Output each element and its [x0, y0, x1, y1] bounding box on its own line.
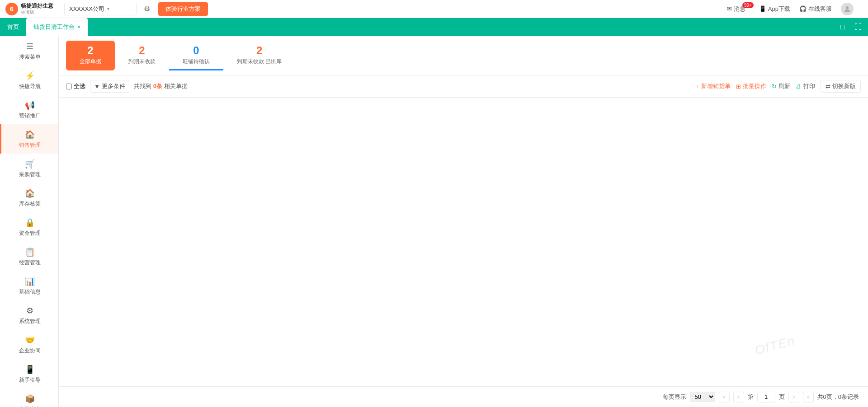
company-selector[interactable]: XXXXXX公司 ▾ [64, 3, 137, 15]
sales-icon: 🏠 [25, 130, 35, 140]
stat-card-shipped[interactable]: 2 到期未收款 已出库 [223, 41, 295, 70]
result-prefix: 共找到 [134, 83, 151, 89]
prev-page-button[interactable]: < [733, 392, 744, 402]
select-all-checkbox[interactable]: 全选 [66, 82, 85, 90]
stat-overdue-label: 到期未收款 [128, 58, 156, 65]
sidebar-item-app-center[interactable]: 📦 应用中心 [0, 388, 58, 407]
select-all-label: 全选 [74, 82, 85, 90]
company-name: XXXXXX公司 [69, 5, 104, 13]
settings-button[interactable]: ⚙ [140, 2, 154, 16]
logo-icon: 6 [5, 3, 18, 15]
table-area [59, 98, 868, 386]
stat-overdue-num: 2 [139, 44, 145, 57]
stat-card-overdue[interactable]: 2 到期未收款 [115, 41, 169, 70]
pagination: 每页显示 50 20 100 « < 第 页 > » 共0页，0条记录 [59, 386, 868, 407]
tab-close-icon[interactable]: × [77, 24, 80, 30]
online-service-button[interactable]: 🎧 在线客服 [799, 5, 832, 13]
select-all-input[interactable] [66, 84, 72, 89]
new-sale-order-button[interactable]: + 新增销货单 [696, 82, 731, 90]
batch-operation-button[interactable]: ⊞ 批量操作 [736, 82, 766, 90]
tabs-right-controls: □ ⛶ [837, 22, 868, 33]
cooperation-icon: 🤝 [25, 335, 35, 345]
toolbar-left: 全选 ▼ 更多条件 共找到 0条 相关单据 [66, 80, 692, 93]
stat-shipped-num: 2 [256, 44, 262, 57]
tab-expand-button[interactable]: ⛶ [853, 22, 863, 33]
sidebar-item-label-finance: 资金管理 [19, 229, 41, 237]
system-icon: ⚙ [26, 306, 33, 316]
logo-area: 6 畅捷通好生意 标准版 [5, 3, 64, 15]
service-icon: 🎧 [799, 5, 807, 12]
message-icon: ✉ [727, 5, 732, 12]
operation-icon: 📋 [25, 247, 35, 257]
page-number-input[interactable] [757, 392, 775, 402]
page-label: 第 [748, 393, 754, 401]
sidebar-item-cooperation[interactable]: 🤝 企业协同 [0, 330, 58, 359]
batch-label: 批量操作 [743, 82, 766, 90]
first-page-button[interactable]: « [719, 392, 730, 402]
sidebar-item-quick-nav[interactable]: ⚡ 快捷导航 [0, 65, 58, 95]
print-icon: 🖨 [796, 83, 802, 90]
next-page-button[interactable]: > [788, 392, 799, 402]
sidebar-item-label-inventory: 库存核算 [19, 200, 41, 208]
stat-pending-num: 0 [193, 44, 199, 57]
tab-home[interactable]: 首页 [0, 18, 26, 36]
guide-icon: 📱 [25, 365, 35, 374]
inventory-icon: 🏠 [25, 188, 35, 198]
print-button[interactable]: 🖨 打印 [796, 82, 815, 90]
tab-home-label: 首页 [7, 23, 19, 31]
app-download-button[interactable]: 📱 App下载 [759, 5, 790, 13]
tab-qhrc[interactable]: 钱货日清工作台 × [26, 18, 88, 36]
header-right: ✉ 消息 99+ 📱 App下载 🎧 在线客服 [727, 3, 863, 15]
sidebar-item-search-menu[interactable]: ☰ 搜索菜单 [0, 36, 58, 65]
message-badge: 99+ [742, 2, 754, 8]
batch-icon: ⊞ [736, 83, 741, 90]
avatar[interactable] [841, 3, 854, 15]
sidebar-item-label-marketing: 营销推广 [19, 112, 41, 120]
logo-main-text: 畅捷通好生意 [21, 3, 53, 9]
refresh-label: 刷新 [778, 82, 790, 90]
sidebar-item-label-guide: 新手引导 [19, 376, 41, 384]
sidebar-item-label-basic-info: 基础信息 [19, 288, 41, 296]
sidebar-item-system[interactable]: ⚙ 系统管理 [0, 300, 58, 330]
stat-card-pending[interactable]: 0 旺铺待确认 [169, 41, 223, 70]
app-download-label: App下载 [768, 5, 790, 13]
toolbar-right: + 新增销货单 ⊞ 批量操作 ↻ 刷新 🖨 打印 ⇄ 切换新版 [696, 80, 861, 93]
sidebar-item-sales[interactable]: 🏠 销售管理 [0, 124, 58, 154]
stat-card-all[interactable]: 2 全部单据 [66, 41, 115, 70]
logo-sub-text: 标准版 [21, 9, 53, 15]
sidebar-item-basic-info[interactable]: 📊 基础信息 [0, 271, 58, 300]
total-records: 共0页，0条记录 [817, 393, 859, 401]
sidebar-item-label-cooperation: 企业协同 [19, 347, 41, 355]
sidebar-item-operation[interactable]: 📋 经营管理 [0, 242, 58, 271]
sidebar-item-label-sales: 销售管理 [19, 141, 41, 149]
filter-button[interactable]: ▼ 更多条件 [90, 80, 129, 93]
tab-minimize-button[interactable]: □ [837, 22, 848, 33]
page-size-select[interactable]: 50 20 100 [690, 392, 715, 402]
switch-version-button[interactable]: ⇄ 切换新版 [821, 80, 861, 93]
last-page-button[interactable]: » [803, 392, 814, 402]
content-area: 2 全部单据 2 到期未收款 0 旺铺待确认 2 到期未收款 已出库 全选 [59, 36, 868, 407]
sidebar-item-guide[interactable]: 📱 新手引导 [0, 359, 58, 388]
switch-label: 切换新版 [832, 82, 856, 90]
logo-text: 畅捷通好生意 标准版 [21, 3, 53, 14]
app-center-icon: 📦 [25, 394, 35, 404]
sidebar-item-purchase[interactable]: 🛒 采购管理 [0, 154, 58, 183]
result-count: 0条 [153, 83, 162, 89]
sidebar-item-finance[interactable]: 🔒 资金管理 [0, 212, 58, 242]
toolbar: 全选 ▼ 更多条件 共找到 0条 相关单据 + 新增销货单 ⊞ 批量操作 [59, 75, 868, 98]
print-label: 打印 [803, 82, 815, 90]
trial-button[interactable]: 体验行业方案 [158, 2, 208, 16]
page-size-label: 每页显示 [663, 393, 686, 401]
sidebar-item-marketing[interactable]: 📢 营销推广 [0, 95, 58, 124]
svg-point-0 [846, 6, 849, 9]
message-button[interactable]: ✉ 消息 99+ [727, 5, 750, 13]
page-suffix: 页 [779, 393, 785, 401]
stats-cards: 2 全部单据 2 到期未收款 0 旺铺待确认 2 到期未收款 已出库 [59, 36, 868, 75]
refresh-button[interactable]: ↻ 刷新 [772, 82, 790, 90]
company-dropdown-arrow: ▾ [107, 6, 109, 11]
filter-label: 更多条件 [102, 82, 125, 90]
refresh-icon: ↻ [772, 83, 777, 90]
sidebar-item-label-purchase: 采购管理 [19, 171, 41, 178]
sidebar-item-inventory[interactable]: 🏠 库存核算 [0, 183, 58, 212]
search-menu-icon: ☰ [26, 42, 33, 51]
